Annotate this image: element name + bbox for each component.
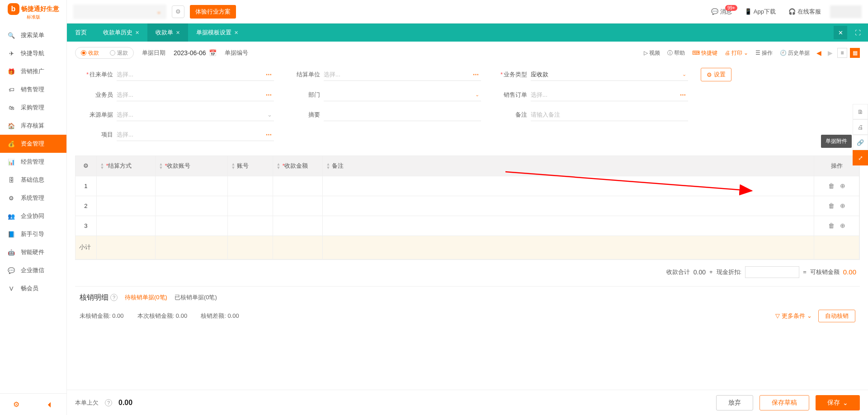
rail-draft-icon[interactable]: 🗎 xyxy=(853,104,868,119)
more-conditions-link[interactable]: ▽更多条件⌄ xyxy=(775,312,812,320)
collapse-icon[interactable]: ⏴ xyxy=(46,401,53,409)
add-row-icon[interactable]: ⊕ xyxy=(840,202,845,209)
table-row[interactable]: 3🗑⊕ xyxy=(75,216,859,236)
doc-date-value[interactable]: 2023-06-06 📅 xyxy=(174,49,217,57)
history-icon: 🕘 xyxy=(780,50,787,56)
org-settings-icon[interactable]: ⚙ xyxy=(172,5,184,18)
sidebar-item-bag[interactable]: 🛍采购管理 xyxy=(0,99,66,117)
sidebar-item-wallet[interactable]: 💰资金管理 xyxy=(0,135,66,153)
sidebar-item-gift[interactable]: 🎁营销推广 xyxy=(0,62,66,80)
close-tab-button[interactable]: ✕ xyxy=(834,26,847,39)
sidebar-item-vip[interactable]: V畅会员 xyxy=(0,279,66,297)
add-row-icon[interactable]: ⊕ xyxy=(840,222,845,229)
settings-icon[interactable]: ⚙ xyxy=(13,400,19,409)
col-remark[interactable]: ▲▼备注 xyxy=(322,156,814,176)
sidebar-item-home[interactable]: 🏠库存核算 xyxy=(0,117,66,135)
hotkey-tool[interactable]: ⌨快捷键 xyxy=(690,49,720,57)
save-draft-button[interactable]: 保存草稿 xyxy=(760,395,809,410)
seg-receive[interactable]: 收款 xyxy=(75,47,104,58)
user-block[interactable] xyxy=(830,5,862,18)
view-mode-list[interactable]: ≡ xyxy=(837,48,847,58)
save-button[interactable]: 保存⌄ xyxy=(816,395,860,410)
view-mode-detail[interactable]: ▦ xyxy=(850,48,860,58)
rail-attachment-icon[interactable]: 🔗 xyxy=(853,135,868,150)
close-icon[interactable]: ✕ xyxy=(135,30,139,36)
col-account[interactable]: ▲▼*收款账号 xyxy=(155,156,227,176)
col-amount[interactable]: ▲▼*收款金额 xyxy=(273,156,322,176)
main: ⌄ ⚙ 体验行业方案 💬 消息 99+ 📱 App下载 🎧 在线客服 首页收款单… xyxy=(67,0,868,415)
prev-doc-arrow[interactable]: ◀ xyxy=(815,49,823,57)
rail-print-icon[interactable]: 🖨 xyxy=(853,119,868,135)
seg-refund[interactable]: 退款 xyxy=(104,47,133,58)
chevron-down-icon: ⌄ xyxy=(843,399,848,406)
print-tool[interactable]: 🖨打印⌄ xyxy=(722,49,750,57)
tab-2[interactable]: 收款单✕ xyxy=(147,24,188,42)
phone-icon: 📱 xyxy=(745,8,752,15)
next-doc-arrow[interactable]: ▶ xyxy=(826,49,835,57)
tab-1[interactable]: 收款单历史✕ xyxy=(95,24,147,42)
writeoff-tab-pending[interactable]: 待核销单据(0笔) xyxy=(125,293,167,302)
close-icon[interactable]: ✕ xyxy=(176,30,180,36)
sidebar-item-nav[interactable]: ✈快捷导航 xyxy=(0,44,66,62)
delete-icon[interactable]: 🗑 xyxy=(828,182,835,189)
sidebar-item-search[interactable]: 🔍搜索菜单 xyxy=(0,26,66,44)
settings-button[interactable]: ⚙设置 xyxy=(701,68,731,81)
col-settle-method[interactable]: ▲▼*结算方式 xyxy=(96,156,155,176)
delete-icon[interactable]: 🗑 xyxy=(828,222,835,229)
list-icon: ☰ xyxy=(755,50,760,56)
org-selector[interactable]: ⌄ xyxy=(73,5,166,19)
tab-3[interactable]: 单据模板设置✕ xyxy=(188,24,246,42)
col-account-no[interactable]: ▲▼账号 xyxy=(227,156,273,176)
grid-settings-col[interactable]: ⚙ xyxy=(75,156,96,176)
help-tool[interactable]: ⓘ帮助 xyxy=(665,49,687,57)
settle-unit-input[interactable]: 选择...⋯ xyxy=(324,68,481,81)
history-tool[interactable]: 🕘历史单据 xyxy=(778,49,812,57)
discard-button[interactable]: 放弃 xyxy=(716,395,753,410)
subtotal-row: 小计 xyxy=(75,236,859,259)
app-download-link[interactable]: 📱 App下载 xyxy=(741,8,779,16)
online-service-link[interactable]: 🎧 在线客服 xyxy=(785,8,825,16)
table-row[interactable]: 1🗑⊕ xyxy=(75,176,859,196)
field-sales-order: 销售订单 选择...⋯ xyxy=(494,89,688,101)
summary-input[interactable] xyxy=(324,108,481,121)
sidebar-item-chart[interactable]: 📊经营管理 xyxy=(0,153,66,171)
messages-link[interactable]: 💬 消息 99+ xyxy=(708,8,736,16)
fullscreen-button[interactable]: ⛶ xyxy=(851,26,864,39)
source-doc-select[interactable]: 选择...⌄ xyxy=(117,108,274,121)
project-input[interactable]: 选择...⋯ xyxy=(117,128,274,141)
final-label: 可核销金额 xyxy=(810,268,840,276)
content: 收款 退款 单据日期 2023-06-06 📅 单据编号 ▷视频 ⓘ帮助 ⌨快捷… xyxy=(67,42,868,390)
industry-cta-button[interactable]: 体验行业方案 xyxy=(190,5,236,19)
add-row-icon[interactable]: ⊕ xyxy=(840,182,845,189)
remark-input[interactable]: 请输入备注 xyxy=(531,108,688,121)
sidebar-item-robot[interactable]: 🤖智能硬件 xyxy=(0,243,66,261)
writeoff-tab-done[interactable]: 已核销单据(0笔) xyxy=(175,293,217,302)
salesman-input[interactable]: 选择...⋯ xyxy=(117,89,274,101)
field-label: *业务类型 xyxy=(494,71,531,79)
home-icon: 🏠 xyxy=(7,122,15,130)
sidebar-item-team[interactable]: 👥企业协同 xyxy=(0,207,66,225)
department-select[interactable]: ⌄ xyxy=(324,89,481,101)
sales-order-input[interactable]: 选择...⋯ xyxy=(531,89,688,101)
filter-icon: ▽ xyxy=(775,312,780,319)
discount-input[interactable] xyxy=(745,266,799,278)
tab-0[interactable]: 首页 xyxy=(67,24,95,42)
sidebar-item-gear[interactable]: ⚙系统管理 xyxy=(0,189,66,207)
operate-tool[interactable]: ☰操作 xyxy=(753,49,775,57)
sidebar-item-wechat[interactable]: 💬企业微信 xyxy=(0,261,66,279)
partner-input[interactable]: 选择...⋯ xyxy=(117,68,274,81)
sidebar-item-tag[interactable]: 🏷销售管理 xyxy=(0,80,66,99)
field-summary: 摘要 xyxy=(287,108,481,121)
help-icon[interactable]: ? xyxy=(105,399,112,406)
auto-writeoff-button[interactable]: 自动核销 xyxy=(818,310,855,322)
video-tool[interactable]: ▷视频 xyxy=(642,49,662,57)
delete-icon[interactable]: 🗑 xyxy=(828,202,835,209)
sidebar-item-label: 企业协同 xyxy=(21,212,44,220)
close-icon[interactable]: ✕ xyxy=(234,30,238,36)
table-row[interactable]: 2🗑⊕ xyxy=(75,196,859,216)
biz-type-select[interactable]: 应收款⌄ xyxy=(531,68,688,81)
sidebar-item-book[interactable]: 📘新手引导 xyxy=(0,225,66,243)
sidebar-item-db[interactable]: 🗄基础信息 xyxy=(0,171,66,189)
rail-expand-icon[interactable]: ⤢ xyxy=(853,150,868,165)
help-icon[interactable]: ? xyxy=(110,294,118,301)
